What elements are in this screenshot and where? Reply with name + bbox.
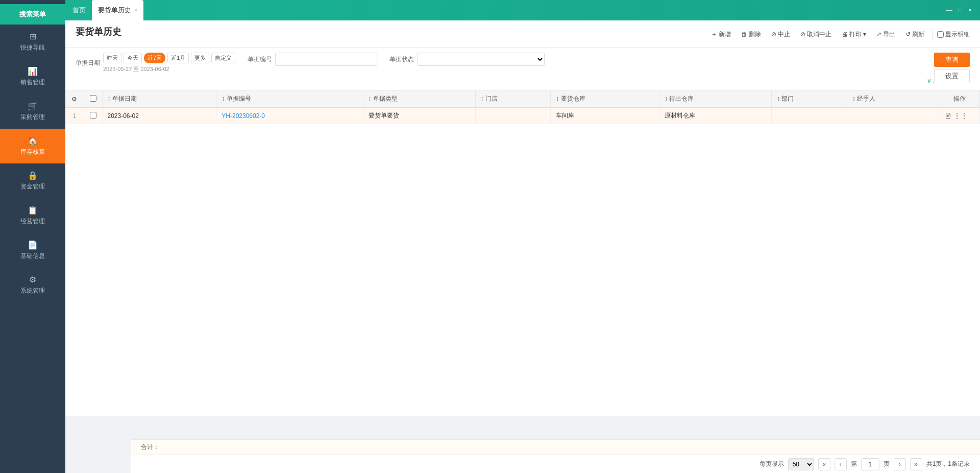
doc-status-filter: 单据状态 [389, 53, 545, 66]
export-icon: ↗ [876, 31, 881, 38]
th-handler[interactable]: ↕ 经手人 [847, 90, 939, 108]
doc-status-label: 单据状态 [389, 55, 414, 64]
print-dropdown-icon: ▾ [863, 31, 866, 38]
select-all-checkbox[interactable] [90, 95, 96, 102]
tab-home[interactable]: 首页 [66, 0, 92, 20]
delete-button[interactable]: 🗑 删除 [737, 28, 765, 41]
sidebar-item-finance[interactable]: 🔒 资金管理 [0, 163, 65, 198]
expand-row: ∨ 展开更多条件 [76, 76, 970, 85]
sidebar-item-inventory[interactable]: 🏠 库存核算 [0, 129, 65, 163]
delete-label: 删除 [749, 30, 761, 39]
tab-requisition-label: 要货单历史 [98, 6, 131, 15]
first-page-button[interactable]: « [818, 458, 830, 470]
th-pending-warehouse[interactable]: ↕ 待出仓库 [659, 90, 772, 108]
view-icon[interactable]: 🖹 [944, 112, 951, 120]
refresh-label: 刷新 [912, 30, 924, 39]
th-doc-type[interactable]: ↕ 单据类型 [363, 90, 475, 108]
query-button[interactable]: 查询 [934, 53, 970, 67]
tab-requisition-history[interactable]: 要货单历史 × [92, 0, 143, 20]
settings-button[interactable]: 设置 [934, 69, 970, 83]
date-btn-custom[interactable]: 自定义 [211, 53, 235, 63]
filter-area: 单据日期 昨天 今天 近7天 近1月 更多 自定义 2023-05-27 至 2… [65, 48, 980, 90]
th-department[interactable]: ↕ 部门 [772, 90, 847, 108]
expand-chevron-icon: ∨ [927, 77, 932, 84]
table-container[interactable]: ⚙ ↕ 单据日期 ↕ 单据编号 ↕ 单据类型 ↕ 门店 [65, 90, 980, 416]
maximize-button[interactable]: □ [959, 7, 962, 14]
show-detail-toggle[interactable]: 显示明细 [937, 30, 970, 39]
total-label: 合计： [141, 443, 159, 451]
sidebar-item-label: 库存核算 [20, 148, 45, 156]
per-page-select[interactable]: 50 20 100 200 [788, 458, 814, 470]
page-header-block: 要货单历史 ＋ 新增 🗑 删除 ⊘ 中止 ⊘ 取消中止 [65, 20, 980, 48]
sidebar-item-label: 基础信息 [20, 252, 45, 261]
date-btn-1month[interactable]: 近1月 [167, 53, 189, 63]
date-btn-yesterday[interactable]: 昨天 [103, 53, 121, 63]
next-page-button[interactable]: › [894, 458, 906, 470]
doc-no-link[interactable]: YH-20230602-0 [222, 112, 265, 120]
sidebar-item-operation[interactable]: 📋 经营管理 [0, 198, 65, 233]
th-checkbox [84, 90, 102, 108]
show-detail-checkbox[interactable] [937, 31, 944, 38]
stop-icon: ⊘ [771, 31, 776, 38]
sidebar-item-purchase[interactable]: 🛒 采购管理 [0, 94, 65, 129]
export-button[interactable]: ↗ 导出 [872, 28, 899, 41]
th-req-warehouse-label: ↕ 要货仓库 [556, 95, 585, 102]
cell-doc-type: 要货单要货 [363, 108, 475, 124]
more-ops-icon[interactable]: ⋮⋮ [953, 112, 968, 120]
page-of-label: 页 [884, 460, 890, 468]
tab-close-icon[interactable]: × [134, 7, 137, 13]
filter-row: 单据日期 昨天 今天 近7天 近1月 更多 自定义 2023-05-27 至 2… [76, 53, 970, 73]
print-button[interactable]: 🖨 打印 ▾ [838, 28, 870, 41]
inventory-icon: 🏠 [28, 136, 38, 146]
last-page-button[interactable]: » [910, 458, 922, 470]
sidebar-item-label: 资金管理 [20, 182, 45, 191]
sidebar-item-system[interactable]: ⚙ 系统管理 [0, 268, 65, 302]
total-info: 共1页，1条记录 [926, 460, 970, 468]
sidebar-item-label: 销售管理 [20, 78, 45, 87]
search-menu-label: 搜索菜单 [19, 10, 46, 19]
page-label: 第 [851, 460, 857, 468]
th-settings[interactable]: ⚙ [65, 90, 84, 108]
cell-index: 1 [65, 108, 84, 124]
page-title: 要货单历史 [76, 26, 121, 38]
cancel-stop-button[interactable]: ⊘ 取消中止 [796, 28, 836, 41]
settings-icon[interactable]: ⚙ [71, 96, 77, 103]
sidebar-item-sales[interactable]: 📊 销售管理 [0, 59, 65, 94]
data-table: ⚙ ↕ 单据日期 ↕ 单据编号 ↕ 单据类型 ↕ 门店 [65, 90, 980, 124]
th-doc-no[interactable]: ↕ 单据编号 [216, 90, 363, 108]
purchase-icon: 🛒 [28, 101, 38, 111]
sidebar-item-label: 快捷导航 [20, 43, 45, 52]
toolbar: ＋ 新增 🗑 删除 ⊘ 中止 ⊘ 取消中止 🖨 打印 [707, 28, 970, 41]
new-button[interactable]: ＋ 新增 [707, 28, 735, 41]
stop-button[interactable]: ⊘ 中止 [767, 28, 794, 41]
row-checkbox[interactable] [90, 112, 96, 119]
sidebar-item-basic[interactable]: 📄 基础信息 [0, 233, 65, 268]
table-row[interactable]: 1 2023-06-02 YH-20230602-0 要货单要货 车间库 原材料… [65, 108, 980, 124]
th-ops: 操作 [939, 90, 980, 108]
doc-no-input[interactable] [275, 53, 377, 66]
cell-store [475, 108, 551, 124]
th-doc-date[interactable]: ↕ 单据日期 [102, 90, 216, 108]
window-controls: — □ × [946, 7, 972, 14]
doc-status-select[interactable] [417, 53, 545, 66]
sidebar-item-label: 采购管理 [20, 113, 45, 122]
refresh-button[interactable]: ↺ 刷新 [901, 28, 928, 41]
th-req-warehouse[interactable]: ↕ 要货仓库 [551, 90, 659, 108]
main-content: 要货单历史 ＋ 新增 🗑 删除 ⊘ 中止 ⊘ 取消中止 [65, 20, 980, 473]
date-btn-7days[interactable]: 近7天 [144, 53, 165, 63]
sidebar: 搜索菜单 ⊞ 快捷导航 📊 销售管理 🛒 采购管理 🏠 库存核算 🔒 资金管理 … [0, 0, 65, 473]
minimize-button[interactable]: — [946, 7, 952, 14]
sidebar-item-quick-nav[interactable]: ⊞ 快捷导航 [0, 25, 65, 59]
doc-date-filter: 单据日期 昨天 今天 近7天 近1月 更多 自定义 2023-05-27 至 2… [76, 53, 235, 73]
sidebar-logo[interactable]: 搜索菜单 [0, 4, 65, 25]
doc-date-label: 单据日期 [76, 59, 100, 67]
th-store[interactable]: ↕ 门店 [475, 90, 551, 108]
date-btn-more[interactable]: 更多 [191, 53, 209, 63]
system-icon: ⚙ [29, 275, 36, 285]
close-button[interactable]: × [968, 7, 972, 14]
cell-doc-no[interactable]: YH-20230602-0 [216, 108, 363, 124]
current-page-input[interactable] [861, 458, 879, 470]
prev-page-button[interactable]: ‹ [835, 458, 847, 470]
cell-checkbox[interactable] [84, 108, 102, 124]
date-btn-today[interactable]: 今天 [124, 53, 142, 63]
